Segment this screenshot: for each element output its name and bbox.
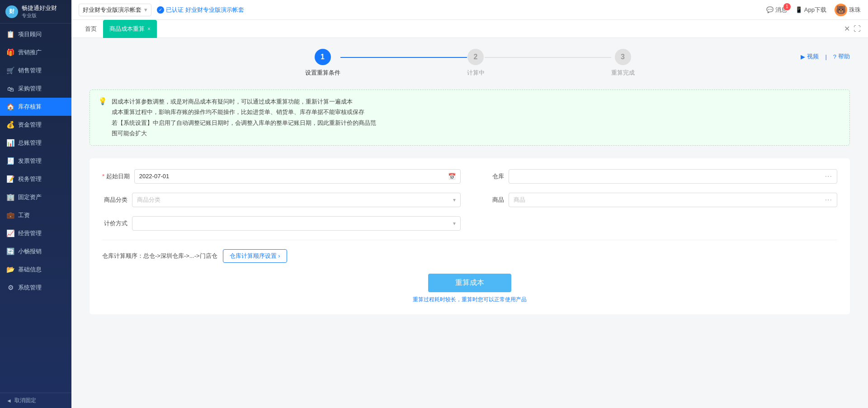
sidebar-item-inventory[interactable]: 🏠 库存核算 — [0, 98, 71, 116]
sidebar-item-label: 营销推广 — [18, 48, 42, 57]
asset-icon: 🏢 — [6, 193, 14, 201]
sidebar-item-invoice[interactable]: 🧾 发票管理 — [0, 152, 71, 170]
sidebar-item-asset[interactable]: 🏢 固定资产 — [0, 188, 71, 206]
step-connector-2 — [485, 57, 611, 58]
user-profile[interactable]: 🐻 珠珠 — [835, 4, 861, 16]
tab-home-label: 首页 — [85, 25, 97, 33]
sidebar-item-salary[interactable]: 💼 工资 — [0, 206, 71, 224]
tab-close-icon[interactable]: × — [147, 26, 151, 32]
project-icon: 📋 — [6, 30, 14, 38]
pricing-select[interactable]: ▾ — [132, 216, 461, 231]
more-icon: ··· — [825, 172, 832, 180]
sidebar-bottom-label: 取消固定 — [14, 397, 36, 404]
step-2: 2 计算中 — [467, 49, 485, 77]
step-1: 1 设置重算条件 — [305, 49, 340, 77]
submit-button[interactable]: 重算成本 — [428, 274, 511, 292]
product-more-icon: ··· — [825, 196, 832, 204]
salary-icon: 💼 — [6, 211, 14, 219]
sidebar-item-tax[interactable]: 📝 税务管理 — [0, 170, 71, 188]
sidebar-item-label: 总账管理 — [18, 139, 42, 147]
verified-badge-area: ✓ 已认证 好业财专业版演示帐套 — [157, 6, 244, 14]
warehouse-input[interactable]: ··· — [509, 169, 837, 184]
video-label: 视频 — [807, 52, 819, 61]
sidebar-item-label: 资金管理 — [18, 121, 42, 129]
tab-cost-label: 商品成本重算 — [109, 25, 145, 33]
notice-line1: 因成本计算参数调整，或是对商品成本有疑问时，可以通过成本重算功能，重新计算一遍成… — [112, 96, 376, 107]
warehouse-order-settings-button[interactable]: 仓库计算顺序设置 › — [223, 249, 287, 263]
expand-icon[interactable]: ⛶ — [854, 25, 861, 33]
notice-content: 因成本计算参数调整，或是对商品成本有疑问时，可以通过成本重算功能，重新计算一遍成… — [112, 96, 376, 139]
sidebar-item-sales[interactable]: 🛒 销售管理 — [0, 62, 71, 80]
start-date-field: 起始日期 2022-07-01 📅 — [102, 169, 461, 184]
basic-icon: 📂 — [6, 266, 14, 274]
category-select[interactable]: 商品分类 ▾ — [132, 193, 461, 207]
sidebar-unpin[interactable]: ◄ 取消固定 — [0, 393, 71, 408]
start-date-input[interactable]: 2022-07-01 📅 — [134, 169, 461, 184]
calendar-icon: 📅 — [448, 173, 456, 180]
pricing-chevron-icon: ▾ — [453, 220, 456, 227]
chevron-icon: ▾ — [453, 197, 456, 203]
sidebar-item-label: 小畅报销 — [18, 247, 42, 256]
product-label: 商品 — [479, 196, 504, 204]
category-label: 商品分类 — [102, 196, 127, 204]
tab-cost-recalc[interactable]: 商品成本重算 × — [103, 20, 157, 38]
product-input[interactable]: 商品 ··· — [509, 193, 837, 207]
main-area: 好业财专业版演示帐套 ▾ ✓ 已认证 好业财专业版演示帐套 💬 消息 1 📱 A… — [71, 0, 868, 408]
notice-line2: 成本重算过程中，影响库存账的操作均不能操作，比如进货单、销货单、库存单据不能审核… — [112, 107, 376, 117]
phone-icon: 📱 — [795, 6, 802, 13]
system-icon: ⚙ — [6, 284, 14, 292]
tab-home[interactable]: 首页 — [79, 20, 103, 38]
warehouse-field: 仓库 ··· — [479, 169, 837, 184]
step-2-label: 计算中 — [467, 69, 485, 77]
help-label: 帮助 — [838, 52, 850, 61]
close-window-icon[interactable]: ✕ — [844, 24, 850, 33]
inventory-icon: 🏠 — [6, 103, 14, 111]
chevron-down-icon: ▾ — [144, 6, 147, 13]
sidebar-item-label: 系统管理 — [18, 284, 42, 292]
help-button[interactable]: ? 帮助 — [833, 52, 850, 61]
form-row-3: 计价方式 ▾ — [102, 216, 837, 231]
step-3: 3 重算完成 — [611, 49, 635, 77]
form-row-2: 商品分类 商品分类 ▾ 商品 商品 ··· — [102, 193, 837, 207]
accounting-icon: 📊 — [6, 139, 14, 147]
sidebar-item-label: 工资 — [18, 211, 30, 219]
finance-icon: 💰 — [6, 121, 14, 129]
sidebar-item-operation[interactable]: 📈 经营管理 — [0, 224, 71, 242]
submit-area: 重算成本 重算过程耗时较长，重算时您可以正常使用产品 — [102, 274, 837, 304]
messages-button[interactable]: 💬 消息 1 — [766, 6, 787, 14]
sidebar-item-finance[interactable]: 💰 资金管理 — [0, 116, 71, 134]
account-selector[interactable]: 好业财专业版演示帐套 ▾ — [79, 4, 151, 16]
unpin-icon: ◄ — [6, 398, 12, 404]
tabbar-actions: ✕ ⛶ — [844, 24, 861, 33]
form-divider — [102, 240, 837, 240]
video-help-button[interactable]: ▶ 视频 — [801, 52, 819, 61]
sidebar-item-basic[interactable]: 📂 基础信息 — [0, 261, 71, 279]
tax-icon: 📝 — [6, 175, 14, 183]
sidebar-item-purchase[interactable]: 🛍 采购管理 — [0, 80, 71, 98]
notice-line4: 围可能会扩大 — [112, 128, 376, 138]
topbar: 好业财专业版演示帐套 ▾ ✓ 已认证 好业财专业版演示帐套 💬 消息 1 📱 A… — [71, 0, 868, 20]
sidebar-item-label: 库存核算 — [18, 103, 42, 111]
sales-icon: 🛒 — [6, 66, 14, 75]
product-placeholder: 商品 — [514, 196, 525, 204]
steps-indicator: 1 设置重算条件 2 计算中 3 重算完成 ▶ 视频 — [90, 49, 850, 77]
account-name: 好业财专业版演示帐套 — [83, 6, 142, 14]
logo-icon: 财 — [5, 5, 18, 18]
sidebar-item-system[interactable]: ⚙ 系统管理 — [0, 279, 71, 297]
sidebar-item-expense[interactable]: 🔄 小畅报销 — [0, 242, 71, 261]
warehouse-order-row: 仓库计算顺序：总仓->深圳仓库->...->门店仓 仓库计算顺序设置 › — [102, 249, 837, 263]
steps-help: ▶ 视频 | ? 帮助 — [801, 52, 850, 61]
sidebar-item-project[interactable]: 📋 项目顾问 — [0, 25, 71, 43]
help-divider: | — [825, 53, 826, 60]
product-field: 商品 商品 ··· — [479, 193, 837, 207]
app-download-button[interactable]: 📱 App下载 — [795, 6, 826, 14]
app-download-label: App下载 — [804, 6, 826, 14]
sidebar-item-label: 发票管理 — [18, 157, 42, 165]
invoice-icon: 🧾 — [6, 157, 14, 165]
sidebar-item-marketing[interactable]: 🎁 营销推广 — [0, 43, 71, 62]
message-badge: 1 — [783, 3, 791, 10]
sidebar-item-accounting[interactable]: 📊 总账管理 — [0, 134, 71, 152]
start-date-label: 起始日期 — [102, 172, 130, 180]
sidebar-item-label: 采购管理 — [18, 85, 42, 93]
sidebar-nav: 📋 项目顾问 🎁 营销推广 🛒 销售管理 🛍 采购管理 🏠 库存核算 💰 资金管… — [0, 24, 71, 393]
